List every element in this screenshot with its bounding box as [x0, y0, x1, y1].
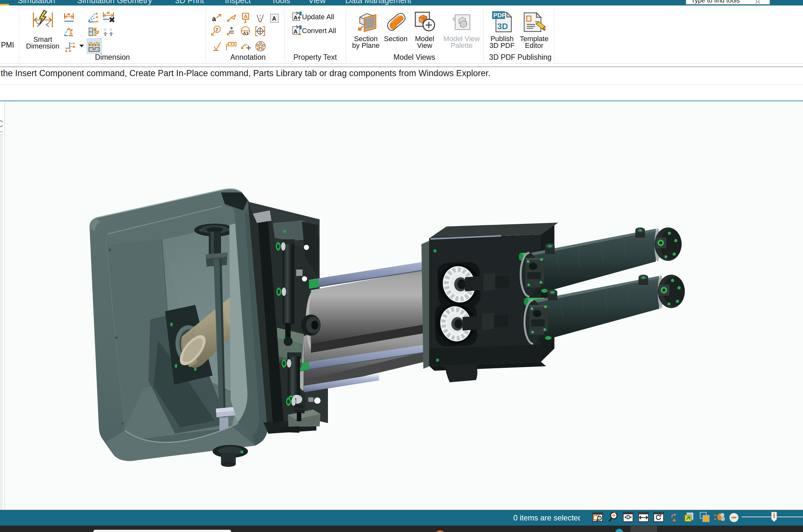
svg-text:7: 7: [215, 27, 218, 33]
svg-text:A: A: [293, 28, 298, 35]
svg-text:A: A: [293, 15, 298, 21]
svg-text:A1: A1: [243, 31, 249, 36]
svg-text:3D: 3D: [497, 21, 508, 31]
svg-text:A: A: [272, 15, 276, 22]
svg-text:A: A: [244, 14, 248, 19]
svg-text:PDF: PDF: [493, 12, 505, 19]
svg-text:a: a: [212, 15, 216, 22]
